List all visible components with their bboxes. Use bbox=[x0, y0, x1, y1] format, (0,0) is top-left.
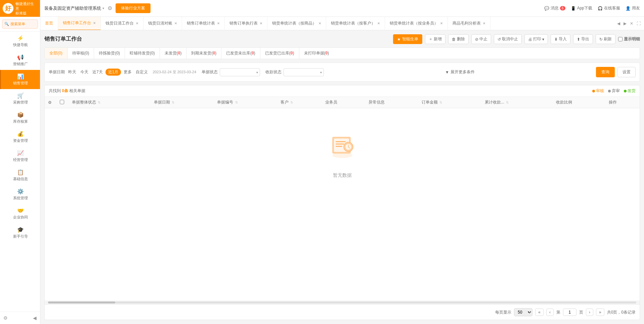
tab-close-customer[interactable]: ✕ bbox=[377, 22, 380, 25]
tab-sales-order-workbench[interactable]: 销售订单工作台 ✕ bbox=[58, 17, 101, 30]
expand-conditions-button[interactable]: ▼ 展开更多条件 bbox=[445, 69, 475, 75]
sidebar-item-purchase[interactable]: 🛒 采购管理 bbox=[0, 89, 40, 108]
sidebar-item-marketing[interactable]: 📢 营销推广 bbox=[0, 51, 40, 70]
online-service-button[interactable]: 🎧 在线客服 bbox=[598, 5, 620, 11]
filter-tab-pending-inspect[interactable]: 待拣验货(0) bbox=[94, 48, 125, 59]
operations-icon: 📈 bbox=[17, 150, 24, 156]
sidebar-item-finance[interactable]: 💰 资金管理 bbox=[0, 127, 40, 147]
select-all-checkbox[interactable] bbox=[60, 100, 64, 104]
sidebar-item-enterprise[interactable]: 🤝 企业协同 bbox=[0, 204, 40, 223]
payment-select[interactable] bbox=[284, 68, 324, 76]
settings-button[interactable]: 设置 bbox=[617, 67, 636, 77]
sort-amount-icon[interactable]: ⇅ bbox=[439, 100, 442, 104]
message-button[interactable]: 💬 消息 6 bbox=[544, 5, 565, 11]
sidebar-item-quick-nav[interactable]: ⚡ 快捷导航 bbox=[0, 32, 40, 51]
stop-button[interactable]: ⊘ 中止 bbox=[471, 34, 491, 44]
topbar-settings-icon[interactable]: ⚙ bbox=[108, 5, 112, 11]
scrollbar-track bbox=[48, 301, 636, 303]
page-input[interactable] bbox=[563, 309, 576, 316]
collapse-sidebar-icon[interactable]: ◀ bbox=[33, 315, 37, 321]
next-page-button[interactable]: › bbox=[586, 309, 593, 316]
cancel-stop-button[interactable]: ↺ 取消中止 bbox=[494, 34, 522, 44]
tab-nav-prev[interactable]: ◀ bbox=[616, 20, 621, 27]
sidebar-item-sales[interactable]: 📊 销售管理 bbox=[0, 70, 40, 89]
tab-sales-order-stats[interactable]: 销售订单统计表 ✕ bbox=[182, 17, 225, 30]
per-page-select[interactable]: 50 100 200 bbox=[514, 308, 532, 316]
export-button[interactable]: ⬆ 导出 bbox=[573, 34, 593, 44]
solution-button[interactable]: 体验行业方案 bbox=[116, 3, 151, 13]
app-download-button[interactable]: 📱 App下载 bbox=[571, 5, 592, 11]
filter-tab-shipped-not-out[interactable]: 已发货未出库(0) bbox=[221, 48, 260, 59]
tab-close-margin[interactable]: ✕ bbox=[483, 22, 485, 25]
tab-sales-product[interactable]: 销货单统计表（按商品） ✕ bbox=[267, 17, 326, 30]
filter-tab-all[interactable]: 全部(0) bbox=[45, 48, 68, 59]
tab-close-sales-order[interactable]: ✕ bbox=[93, 21, 96, 25]
user-menu-button[interactable]: 👤 用友 bbox=[626, 5, 640, 11]
table-batch-actions: 审核 弃审 发货 bbox=[592, 88, 636, 94]
filter-tab-pending-review[interactable]: 待审核(0) bbox=[68, 48, 94, 59]
filter-tab-wangpu[interactable]: 旺铺待发货(0) bbox=[125, 48, 160, 59]
sort-collected-icon[interactable]: ⇅ bbox=[506, 100, 509, 104]
horizontal-scrollbar[interactable] bbox=[45, 300, 640, 305]
refresh-button[interactable]: ↻ 刷新 bbox=[596, 34, 615, 44]
filter-tab-shipped-out[interactable]: 已发货已出库(0) bbox=[260, 48, 299, 59]
table-container: ⚙ 单据整体状态 ⇅ 单据日期 ⇅ bbox=[45, 97, 640, 300]
page-label: 第 bbox=[556, 310, 560, 315]
tab-close-reconciliation[interactable]: ✕ bbox=[174, 22, 177, 25]
date-opt-7days[interactable]: 近7天 bbox=[91, 69, 104, 76]
prev-page-button[interactable]: ‹ bbox=[546, 309, 554, 316]
sidebar-item-guide[interactable]: 🎓 新手引导 bbox=[0, 223, 40, 242]
sort-date-icon[interactable]: ⇅ bbox=[172, 100, 174, 104]
query-button[interactable]: 查询 bbox=[596, 67, 615, 77]
add-button[interactable]: ＋ 新增 bbox=[425, 34, 445, 44]
tab-close-cash-daily[interactable]: ✕ bbox=[136, 22, 138, 25]
tab-sales-customer[interactable]: 销货单统计表（按客户） ✕ bbox=[326, 17, 385, 30]
sidebar-item-basic[interactable]: 📋 基础信息 bbox=[0, 166, 40, 185]
filter-tab-not-shipped[interactable]: 未发货(0) bbox=[160, 48, 187, 59]
tab-close-execution[interactable]: ✕ bbox=[260, 22, 262, 25]
sidebar-item-system[interactable]: ⚙️ 系统管理 bbox=[0, 185, 40, 204]
settings-footer-icon[interactable]: ⚙ bbox=[3, 315, 8, 321]
sort-status-icon[interactable]: ⇅ bbox=[98, 100, 100, 104]
first-page-button[interactable]: « bbox=[535, 309, 544, 316]
date-opt-more[interactable]: 更多 bbox=[122, 69, 133, 76]
search-menu-button[interactable]: 🔍 搜索菜单 bbox=[2, 19, 38, 29]
filter-tab-overdue[interactable]: 到期未发货(0) bbox=[186, 48, 221, 59]
tab-cash-reconciliation[interactable]: 钱货日清对账 ✕ bbox=[143, 17, 182, 30]
import-button[interactable]: ⬇ 导入 bbox=[551, 34, 570, 44]
last-page-button[interactable]: » bbox=[596, 309, 604, 316]
date-opt-custom[interactable]: 自定义 bbox=[134, 69, 149, 76]
col-settings-icon[interactable]: ⚙ bbox=[48, 100, 52, 105]
filter-tab-not-printed[interactable]: 未打印单据(0) bbox=[299, 48, 334, 59]
scrollbar-thumb[interactable] bbox=[48, 301, 115, 303]
sort-customer-icon[interactable]: ⇅ bbox=[290, 100, 293, 104]
tab-close-all[interactable]: ✕ bbox=[629, 20, 635, 27]
date-opt-today[interactable]: 今天 bbox=[79, 69, 90, 76]
tab-cash-daily[interactable]: 钱货日清工作台 ✕ bbox=[101, 17, 143, 30]
print-button[interactable]: 🖨 打印 ▾ bbox=[524, 34, 548, 44]
tab-sales-staff[interactable]: 销货单统计表（按业务员） ✕ bbox=[385, 17, 448, 30]
sidebar-item-operations[interactable]: 📈 经营管理 bbox=[0, 147, 40, 166]
show-detail-checkbox[interactable] bbox=[618, 37, 622, 41]
tab-sales-execution[interactable]: 销售订单执行表 ✕ bbox=[225, 17, 267, 30]
audit-action-button[interactable]: 审核 bbox=[592, 88, 604, 94]
delete-button[interactable]: 🗑 删除 bbox=[448, 34, 469, 44]
sidebar-item-inventory[interactable]: 📦 库存核算 bbox=[0, 108, 40, 127]
date-opt-1month[interactable]: 近1月 bbox=[105, 69, 121, 76]
show-detail-checkbox-label[interactable]: 显示明细 bbox=[618, 36, 640, 42]
sort-number-icon[interactable]: ⇅ bbox=[235, 100, 238, 104]
cancel-audit-action-button[interactable]: 弃审 bbox=[608, 88, 620, 94]
system-dropdown-icon[interactable]: ▾ bbox=[102, 6, 104, 10]
ship-action-button[interactable]: 发货 bbox=[624, 88, 636, 94]
payment-label: 收款状态 bbox=[265, 69, 282, 75]
tab-home[interactable]: 首页 bbox=[40, 17, 58, 30]
tab-nav-next[interactable]: ▶ bbox=[622, 20, 628, 27]
tab-close-product[interactable]: ✕ bbox=[318, 22, 321, 25]
tab-maximize[interactable]: ⛶ bbox=[635, 20, 642, 27]
tab-close-order-stats[interactable]: ✕ bbox=[217, 22, 220, 25]
date-opt-yesterday[interactable]: 昨天 bbox=[67, 69, 78, 76]
status-select[interactable] bbox=[220, 68, 260, 76]
smart-create-button[interactable]: ★ 智能生单 bbox=[393, 34, 422, 44]
tab-close-staff[interactable]: ✕ bbox=[440, 22, 443, 25]
tab-product-margin[interactable]: 商品毛利分析表 ✕ bbox=[448, 17, 490, 30]
